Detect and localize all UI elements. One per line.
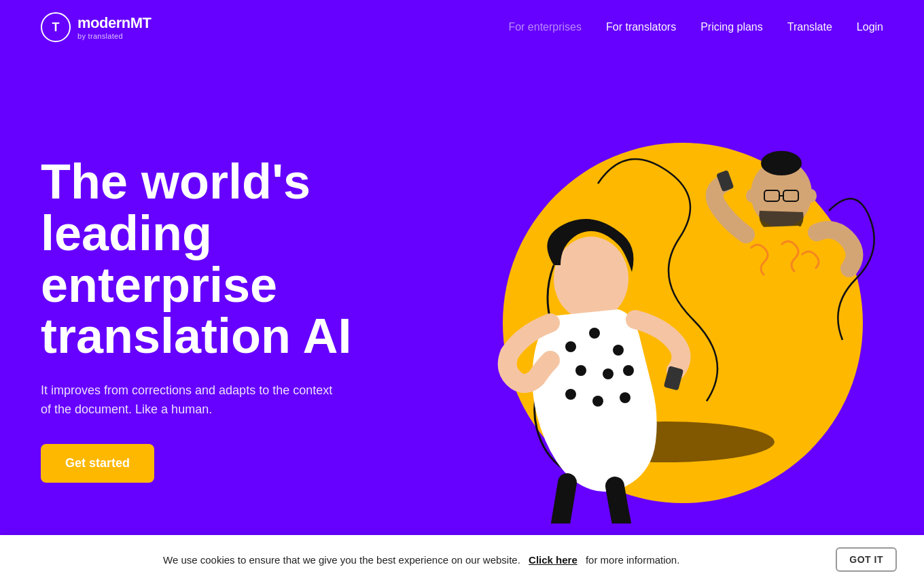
- hero-text-block: The world's leading enterprise translati…: [41, 156, 351, 482]
- svg-point-3: [565, 341, 576, 352]
- svg-point-4: [589, 328, 600, 339]
- svg-point-7: [603, 368, 614, 379]
- nav-item-enterprises[interactable]: For enterprises: [508, 21, 582, 33]
- hero-title: The world's leading enterprise translati…: [41, 156, 351, 362]
- character-man: [686, 143, 876, 388]
- svg-point-6: [575, 365, 586, 376]
- logo-name: modernMT: [77, 14, 151, 32]
- svg-point-10: [592, 396, 603, 407]
- logo-icon: T: [41, 12, 71, 42]
- nav-item-pricing[interactable]: Pricing plans: [700, 21, 763, 33]
- nav-item-translators[interactable]: For translators: [606, 21, 676, 33]
- logo-text: modernMT by translated: [77, 14, 151, 40]
- svg-point-9: [565, 389, 576, 400]
- navbar: T modernMT by translated For enterprises…: [0, 0, 924, 54]
- svg-point-8: [623, 365, 634, 376]
- hero-description: It improves from corrections and adapts …: [41, 381, 340, 419]
- hero-section: The world's leading enterprise translati…: [0, 54, 924, 544]
- cookie-bar-text: We use cookies to ensure that we give yo…: [27, 554, 815, 566]
- svg-point-19: [746, 189, 757, 203]
- nav-link-enterprises[interactable]: For enterprises: [508, 21, 582, 33]
- cookie-bar: We use cookies to ensure that we give yo…: [0, 535, 924, 584]
- svg-point-2: [554, 237, 628, 321]
- cookie-link[interactable]: Click here: [529, 554, 578, 566]
- nav-link-pricing[interactable]: Pricing plans: [700, 21, 763, 33]
- svg-point-20: [806, 189, 817, 203]
- nav-link-translators[interactable]: For translators: [606, 21, 676, 33]
- nav-link-translate[interactable]: Translate: [787, 21, 832, 33]
- svg-point-5: [613, 345, 624, 356]
- hero-illustration: [476, 102, 883, 537]
- svg-point-11: [620, 392, 630, 403]
- logo[interactable]: T modernMT by translated: [41, 12, 151, 42]
- character-woman: [482, 197, 713, 523]
- cookie-text-before: We use cookies to ensure that we give yo…: [163, 554, 520, 566]
- nav-item-login[interactable]: Login: [857, 21, 883, 33]
- nav-links: For enterprises For translators Pricing …: [508, 21, 883, 33]
- cookie-got-it-button[interactable]: GOT IT: [836, 547, 897, 572]
- logo-sub: by translated: [77, 32, 151, 40]
- cookie-text-after: for more information.: [586, 554, 679, 566]
- get-started-button[interactable]: Get started: [41, 444, 154, 483]
- nav-item-translate[interactable]: Translate: [787, 21, 832, 33]
- svg-point-14: [761, 151, 802, 175]
- nav-link-login[interactable]: Login: [857, 21, 883, 33]
- svg-text:T: T: [52, 20, 60, 34]
